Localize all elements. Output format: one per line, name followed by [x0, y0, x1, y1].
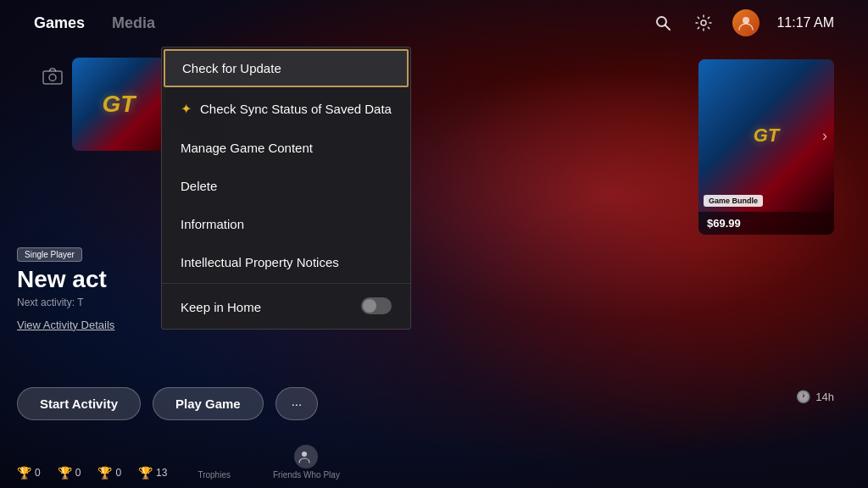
game-card-image: GT › Game Bundle	[698, 59, 834, 212]
menu-item-ip-notices[interactable]: Intellectual Property Notices	[162, 243, 410, 281]
svg-point-2	[701, 20, 706, 25]
clock-display: 11:17 AM	[776, 15, 834, 30]
trophy-bronze: 🏆 0	[17, 466, 41, 480]
ps-plus-icon: ✦	[181, 101, 192, 117]
keep-in-home-label: Keep in Home	[181, 300, 261, 314]
silver-count: 0	[75, 467, 81, 479]
game-thumbnail: GT	[72, 58, 165, 151]
menu-item-information[interactable]: Information	[162, 205, 410, 243]
playtime-row: 🕐 14h	[796, 390, 834, 403]
menu-item-delete[interactable]: Delete	[162, 167, 410, 205]
menu-item-check-for-update[interactable]: Check for Update	[164, 49, 409, 87]
search-icon[interactable]	[651, 11, 675, 35]
chevron-right-icon: ›	[822, 127, 827, 145]
svg-rect-4	[43, 71, 62, 84]
menu-item-check-sync[interactable]: ✦ Check Sync Status of Saved Data	[162, 89, 410, 129]
gold-count: 0	[115, 467, 121, 479]
delete-label: Delete	[181, 179, 217, 193]
game-card-price: $69.99	[698, 212, 834, 235]
svg-point-6	[302, 452, 307, 457]
nav-tabs: Games Media	[34, 11, 155, 36]
more-options-button[interactable]: ···	[275, 387, 319, 420]
topbar-right: 11:17 AM	[651, 9, 834, 36]
game-logo: GT	[103, 91, 136, 118]
trophy-gold: 🏆 0	[97, 466, 121, 480]
play-game-button[interactable]: Play Game	[153, 387, 264, 420]
right-panel: GT › Game Bundle $69.99	[698, 59, 834, 235]
friends-icon	[294, 445, 318, 469]
svg-line-1	[665, 25, 670, 30]
platinum-count: 13	[156, 467, 167, 479]
avatar[interactable]	[732, 9, 760, 36]
menu-item-keep-in-home[interactable]: Keep in Home	[162, 286, 410, 329]
menu-divider	[162, 283, 410, 284]
manage-content-label: Manage Game Content	[181, 141, 313, 155]
ip-notices-label: Intellectual Property Notices	[181, 255, 339, 269]
game-card-logo: GT	[754, 125, 780, 147]
single-player-badge: Single Player	[17, 247, 82, 262]
bronze-count: 0	[35, 467, 41, 479]
check-for-update-label: Check for Update	[182, 61, 281, 75]
playtime-value: 14h	[815, 391, 834, 403]
check-sync-label: Check Sync Status of Saved Data	[200, 102, 392, 116]
information-label: Information	[181, 217, 244, 231]
topbar: Games Media 11:17 AM	[0, 0, 868, 46]
trophy-silver: 🏆 0	[58, 466, 81, 480]
view-activity-details-link[interactable]: View Activity Details	[17, 319, 114, 331]
keep-in-home-toggle[interactable]	[361, 297, 392, 314]
tab-media[interactable]: Media	[112, 11, 155, 36]
game-bundle-badge: Game Bundle	[704, 195, 763, 207]
context-menu: Check for Update ✦ Check Sync Status of …	[161, 47, 411, 330]
game-card[interactable]: GT › Game Bundle $69.99	[698, 59, 834, 235]
next-activity-text: Next activity: T	[17, 297, 114, 308]
trophy-platinum: 🏆 13	[138, 466, 167, 480]
settings-icon[interactable]	[692, 11, 715, 35]
playtime-clock-icon: 🕐	[796, 390, 810, 403]
friends-label: Friends Who Play	[273, 470, 340, 480]
media-capture-icon[interactable]	[42, 68, 63, 89]
game-title: New act	[17, 267, 114, 293]
svg-point-3	[743, 17, 749, 24]
trophies-label: Trophies	[198, 470, 231, 480]
svg-point-5	[49, 75, 56, 81]
action-buttons: Start Activity Play Game ···	[17, 387, 318, 420]
tab-games[interactable]: Games	[34, 11, 85, 36]
trophy-row: 🏆 0 🏆 0 🏆 0 🏆 13 Trophies Friends Who Pl…	[17, 445, 340, 480]
start-activity-button[interactable]: Start Activity	[17, 387, 141, 420]
menu-item-manage-content[interactable]: Manage Game Content	[162, 129, 410, 167]
toggle-thumb	[363, 299, 376, 313]
